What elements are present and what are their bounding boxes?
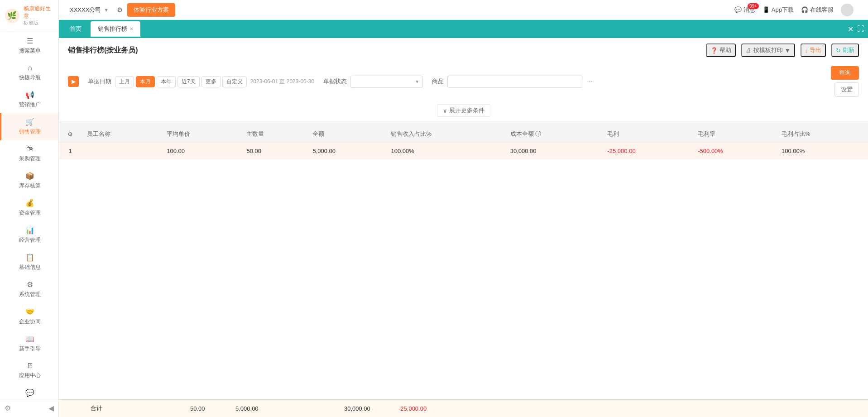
sidebar-item-search[interactable]: ☰ 搜索菜单 [0, 32, 58, 59]
refresh-icon: ↻ [836, 47, 841, 54]
inventory-icon: 📦 [25, 172, 34, 180]
td-amount: 5,000.00 [307, 143, 385, 159]
page-header-section: 销售排行榜(按业务员) ❓ 帮助 🖨 按模板打印 ▼ ↓ 导出 [59, 38, 868, 62]
td-gross-pct: 100.00% [776, 143, 868, 159]
tab-label: 销售排行榜 [98, 25, 127, 33]
sidebar-item-operations[interactable]: 📊 经营管理 [0, 221, 58, 249]
sidebar-item-label: 搜索菜单 [19, 47, 41, 55]
export-icon: ↓ [805, 47, 808, 54]
tab-sales-ranking[interactable]: 销售排行榜 × [91, 21, 140, 37]
message-button[interactable]: 💬 消息 99+ [734, 6, 755, 14]
sidebar-item-system[interactable]: ⚙ 系统管理 [0, 276, 58, 303]
td-gross: -25,000.00 [602, 143, 692, 159]
status-select[interactable] [350, 76, 423, 88]
custom-date-button[interactable]: 自定义 [222, 76, 247, 87]
topbar: XXXXX公司 ▼ ⚙ 体验行业方案 💬 消息 99+ 📱 App下载 🎧 在线… [59, 0, 868, 20]
td-rank: 1 [59, 143, 82, 159]
footer-amount: 5,000.00 [235, 405, 290, 412]
sidebar-logo: 🌿 畅康通好生意 标准版 [0, 0, 58, 32]
sidebar-item-marketing[interactable]: 📢 营销推广 [0, 86, 58, 113]
last-month-button[interactable]: 上月 [115, 76, 134, 87]
content-body: 销售排行榜(按业务员) ❓ 帮助 🖨 按模板打印 ▼ ↓ 导出 [59, 38, 868, 417]
filter-row-1: ▶ 单据日期 上月 本月 本年 近7天 更多 自定义 2023-06-01 至 … [68, 66, 859, 97]
sidebar-item-finance[interactable]: 💰 资金管理 [0, 194, 58, 221]
last7-button[interactable]: 近7天 [177, 76, 200, 87]
more-date-button[interactable]: 更多 [201, 76, 221, 87]
help-icon: ❓ [710, 47, 718, 54]
this-month-button[interactable]: 本月 [136, 76, 155, 87]
tab-home[interactable]: 首页 [62, 21, 89, 37]
company-selector[interactable]: XXXXX公司 ▼ [66, 4, 112, 16]
topbar-settings-icon[interactable]: ⚙ [117, 6, 123, 14]
sidebar-item-label: 基础信息 [19, 264, 41, 271]
sales-icon: 🛒 [25, 118, 34, 126]
expand-window-icon[interactable]: ⛶ [857, 25, 864, 33]
data-table: ⚙ 员工名称 平均单价 主数量 全额 销售收入占比% 成本全额 ⓘ 毛利 毛利率… [59, 125, 868, 159]
sidebar-item-label: 新手引导 [19, 345, 41, 353]
close-window-icon[interactable]: ✕ [848, 25, 854, 34]
date-buttons: 上月 本月 本年 近7天 更多 自定义 [115, 76, 247, 87]
marketing-icon: 📢 [25, 91, 34, 99]
sidebar-item-quick-nav[interactable]: ⌂ 快捷导航 [0, 59, 58, 86]
export-button[interactable]: ↓ 导出 [801, 43, 826, 57]
tabbar: 首页 销售排行榜 × ✕ ⛶ [59, 20, 868, 38]
settings-button[interactable]: 设置 [834, 82, 859, 97]
sidebar-item-enterprise[interactable]: 🤝 企业协同 [0, 303, 58, 330]
app-download-button[interactable]: 📱 App下载 [762, 6, 794, 14]
help-button[interactable]: ❓ 帮助 [706, 43, 736, 57]
footer-gross: -25,000.00 [398, 405, 453, 412]
th-gross-pct: 毛利占比% [776, 125, 868, 143]
message-badge: 99+ [748, 3, 759, 9]
page-title: 销售排行榜(按业务员) [68, 46, 138, 55]
sidebar-item-label: 应用中心 [19, 372, 41, 379]
page-actions: ❓ 帮助 🖨 按模板打印 ▼ ↓ 导出 ↻ 刷新 [706, 43, 859, 57]
sidebar-item-app-center[interactable]: 🖥 应用中心 [0, 357, 58, 384]
th-gross-rate: 毛利率 [692, 125, 776, 143]
sidebar-item-guide[interactable]: 📖 新手引导 [0, 330, 58, 357]
avatar[interactable] [841, 4, 854, 16]
sidebar-item-inventory[interactable]: 📦 库存核算 [0, 167, 58, 194]
sidebar-item-label: 企业协同 [19, 318, 41, 326]
headset-icon: 🎧 [801, 6, 808, 13]
more-options-icon[interactable]: ··· [587, 77, 593, 86]
footer-cost: 30,000.00 [344, 405, 398, 412]
sidebar-item-label: 资金管理 [19, 209, 41, 217]
chevron-down-icon: ∨ [443, 107, 447, 114]
tab-close-icon[interactable]: × [130, 26, 133, 32]
sidebar-item-wechat[interactable]: 💬 企业微信 [0, 384, 58, 399]
th-cost: 成本全额 ⓘ [505, 125, 602, 143]
goods-input[interactable] [447, 76, 583, 88]
collapse-icon[interactable]: ◀ [48, 404, 54, 412]
tabbar-right: ✕ ⛶ [848, 25, 864, 34]
sidebar-item-label: 采购管理 [19, 155, 41, 163]
app-version: 标准版 [24, 19, 54, 26]
td-qty: 50.00 [241, 143, 307, 159]
sidebar-item-sales[interactable]: 🛒 销售管理 [0, 113, 58, 140]
sidebar-item-basic-info[interactable]: 📋 基础信息 [0, 249, 58, 276]
date-filter-label: 单据日期 [88, 77, 111, 86]
home-icon: ⌂ [28, 64, 32, 72]
logo-icon: 🌿 [5, 8, 20, 24]
sidebar-item-purchase[interactable]: 🛍 采购管理 [0, 140, 58, 167]
print-button[interactable]: 🖨 按模板打印 ▼ [741, 43, 795, 57]
message-icon: 💬 [734, 6, 742, 13]
expand-button[interactable]: ∨ 展开更多条件 [437, 104, 490, 117]
footer-qty: 50.00 [190, 405, 235, 412]
goods-filter-label: 商品 [432, 77, 444, 86]
filter-section: ▶ 单据日期 上月 本月 本年 近7天 更多 自定义 2023-06-01 至 … [59, 62, 868, 122]
refresh-button[interactable]: ↻ 刷新 [831, 43, 859, 57]
sidebar: 🌿 畅康通好生意 标准版 ☰ 搜索菜单 ⌂ 快捷导航 📢 营销推广 🛒 销售管理… [0, 0, 59, 417]
this-year-button[interactable]: 本年 [157, 76, 176, 87]
th-avg-price: 平均单价 [161, 125, 241, 143]
experience-button[interactable]: 体验行业方案 [127, 3, 175, 17]
company-name: XXXXX公司 [70, 6, 101, 14]
date-range-display: 2023-06-01 至 2023-06-30 [250, 78, 314, 86]
online-service-button[interactable]: 🎧 在线客服 [801, 6, 834, 14]
query-button[interactable]: 查询 [831, 66, 859, 80]
print-icon: 🖨 [746, 47, 752, 54]
sidebar-footer: ⚙ ◀ [0, 399, 58, 417]
td-avg-price: 100.00 [161, 143, 241, 159]
filter-arrow-button[interactable]: ▶ [68, 76, 79, 87]
td-cost: 30,000.00 [505, 143, 602, 159]
settings-gear-icon[interactable]: ⚙ [5, 404, 11, 412]
